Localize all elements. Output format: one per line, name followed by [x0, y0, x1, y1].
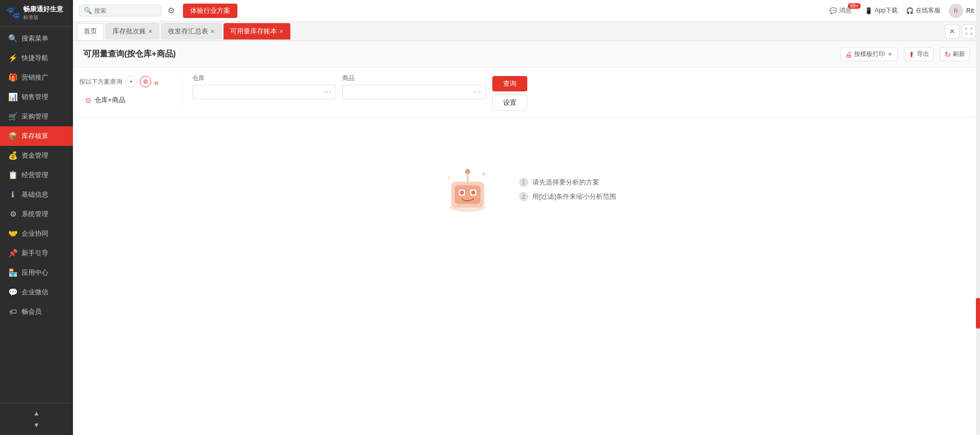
sidebar-label-finance: 资金管理 [22, 151, 48, 160]
sidebar-item-inventory[interactable]: 📦 库存核算 [0, 126, 73, 146]
sidebar-label-search: 搜索菜单 [22, 34, 48, 43]
tab-batch-close[interactable]: ✕ [148, 28, 153, 35]
sidebar-label-sales: 销售管理 [22, 92, 48, 102]
user-area[interactable]: R Rit [949, 4, 974, 18]
page-title: 可用量查询(按仓库+商品) [83, 49, 176, 60]
filter-settings-btn[interactable]: ⚙ [140, 76, 151, 87]
sidebar-item-member[interactable]: 🏷 畅会员 [0, 302, 73, 321]
tabbar: 首页 库存批次账 ✕ 收发存汇总表 ✕ 可用量库存账本 ✕ ✕ ⛶ [73, 22, 980, 41]
app-download-btn[interactable]: 📱 App下载 [865, 6, 898, 15]
sidebar-icon-enterprise: 🤝 [8, 229, 17, 238]
sidebar-icon-newbie: 📌 [8, 249, 17, 258]
tab-summary[interactable]: 收发存汇总表 ✕ [161, 23, 221, 40]
export-icon: ⬆ [909, 50, 915, 59]
product-label: 商品 [342, 74, 486, 83]
message-icon: 💬 [829, 7, 837, 14]
svg-point-5 [460, 191, 464, 195]
filter-scheme-label: 按以下方案查询 [79, 78, 122, 86]
print-btn[interactable]: 🖨 按模板打印 ▼ [840, 47, 898, 61]
export-btn[interactable]: ⬆ 导出 [904, 47, 934, 61]
sidebar-icon-system: ⚙ [8, 210, 17, 219]
tab-available-label: 可用量库存账本 [230, 27, 277, 36]
tab-batch-label: 库存批次账 [113, 27, 146, 36]
topbar-search-box[interactable]: 🔍 [79, 5, 161, 16]
query-btn[interactable]: 查询 [492, 76, 527, 91]
tab-available-close[interactable]: ✕ [279, 28, 284, 35]
sidebar-icon-sales: 📊 [8, 92, 17, 102]
empty-illustration: ✦ ✦ [437, 159, 498, 220]
tab-batch[interactable]: 库存批次账 ✕ [106, 23, 159, 40]
sidebar-item-search[interactable]: 🔍 搜索菜单 [0, 29, 73, 48]
svg-point-6 [471, 191, 475, 195]
sidebar-icon-operations: 📋 [8, 171, 17, 180]
svg-text:✦: ✦ [447, 175, 451, 180]
sidebar-item-sales[interactable]: 📊 销售管理 [0, 87, 73, 107]
scheme-item-warehouse-product[interactable]: ⊙ 仓库+商品 [79, 91, 177, 109]
filter-row: 按以下方案查询 + ⚙ « ⊙ 仓库+商品 [73, 68, 980, 118]
sidebar-icon-appstore: 🏪 [8, 268, 17, 277]
tab-home-label: 首页 [84, 27, 97, 36]
product-more-icon[interactable]: ··· [474, 88, 482, 96]
sidebar-item-operations[interactable]: 📋 经营管理 [0, 165, 73, 185]
tab-close-btn[interactable]: ✕ [945, 24, 959, 39]
app-download-label: App下载 [875, 6, 898, 15]
topbar: 🔍 ⚙ 体验行业方案 💬 消息 99+ 📱 App下载 🎧 在线客服 R [73, 0, 980, 22]
empty-tips: 1 请先选择要分析的方案 2 用[过滤]条件来缩小分析范围 [519, 178, 616, 201]
warehouse-filter-group: 仓库 ··· [192, 74, 336, 99]
sidebar-icon-finance: 💰 [8, 151, 17, 160]
sidebar-item-newbie[interactable]: 📌 新手引导 [0, 243, 73, 263]
sidebar-item-enterprise[interactable]: 🤝 企业协同 [0, 224, 73, 243]
product-input-box[interactable]: ··· [342, 85, 486, 99]
sidebar-label-operations: 经营管理 [22, 171, 48, 180]
message-badge: 99+ [848, 3, 861, 9]
empty-tip-2: 2 用[过滤]条件来缩小分析范围 [519, 192, 616, 201]
tab-expand-btn[interactable]: ⛶ [961, 24, 976, 39]
filter-add-btn[interactable]: + [125, 76, 137, 87]
sidebar-label-member: 畅会员 [22, 307, 42, 316]
scheme-item-icon: ⊙ [85, 96, 91, 104]
warehouse-input[interactable] [197, 88, 324, 96]
right-scrollbar[interactable] [976, 0, 980, 435]
sidebar-label-wechat: 企业微信 [22, 288, 48, 297]
tab-home[interactable]: 首页 [77, 23, 104, 40]
warehouse-more-icon[interactable]: ··· [324, 88, 331, 96]
app-tag: 标准版 [23, 14, 63, 21]
sidebar-scroll-down[interactable]: ▼ [0, 419, 73, 431]
sidebar: 🐾 畅康通好生意 标准版 🔍 搜索菜单 ⚡ 快捷导航 🎁 营销推广 📊 销售管理… [0, 0, 73, 435]
product-input[interactable] [347, 88, 474, 96]
print-chevron-icon: ▼ [887, 51, 893, 58]
app-logo: 🐾 畅康通好生意 标准版 [0, 0, 73, 27]
tab-available[interactable]: 可用量库存账本 ✕ [224, 23, 290, 40]
sidebar-label-basic: 基础信息 [22, 190, 48, 199]
sidebar-label-purchase: 采购管理 [22, 112, 48, 121]
sidebar-scroll-up[interactable]: ▲ [0, 407, 73, 419]
svg-point-8 [465, 169, 470, 174]
sidebar-item-wechat[interactable]: 💬 企业微信 [0, 282, 73, 302]
search-input[interactable] [94, 7, 157, 14]
tab-summary-close[interactable]: ✕ [210, 28, 215, 35]
tabbar-right-actions: ✕ ⛶ [945, 24, 976, 39]
sidebar-item-shortcut[interactable]: ⚡ 快捷导航 [0, 48, 73, 68]
scrollbar-thumb[interactable] [976, 298, 980, 329]
sidebar-item-basic[interactable]: ℹ 基础信息 [0, 185, 73, 204]
gear-icon[interactable]: ⚙ [165, 4, 177, 17]
trial-btn[interactable]: 体验行业方案 [183, 4, 237, 18]
sidebar-item-marketing[interactable]: 🎁 营销推广 [0, 68, 73, 87]
settings-btn[interactable]: 设置 [492, 94, 527, 111]
online-service-btn[interactable]: 🎧 在线客服 [906, 6, 940, 15]
message-btn[interactable]: 💬 消息 99+ [829, 6, 857, 15]
sidebar-item-system[interactable]: ⚙ 系统管理 [0, 204, 73, 224]
refresh-btn[interactable]: ↻ 刷新 [940, 47, 970, 61]
query-actions: 查询 设置 [492, 74, 531, 111]
sidebar-label-inventory: 库存核算 [22, 131, 48, 141]
search-icon: 🔍 [84, 7, 92, 14]
filter-left: 按以下方案查询 + ⚙ « ⊙ 仓库+商品 [79, 74, 182, 109]
sidebar-item-appstore[interactable]: 🏪 应用中心 [0, 263, 73, 282]
sidebar-item-finance[interactable]: 💰 资金管理 [0, 146, 73, 165]
warehouse-input-box[interactable]: ··· [192, 85, 336, 99]
svg-text:✦: ✦ [480, 170, 487, 178]
page-header-actions: 🖨 按模板打印 ▼ ⬆ 导出 ↻ 刷新 [840, 47, 970, 61]
sidebar-item-purchase[interactable]: 🛒 采购管理 [0, 107, 73, 126]
filter-collapse-btn[interactable]: « [154, 77, 159, 87]
sidebar-bottom: ▲ ▼ [0, 403, 73, 435]
